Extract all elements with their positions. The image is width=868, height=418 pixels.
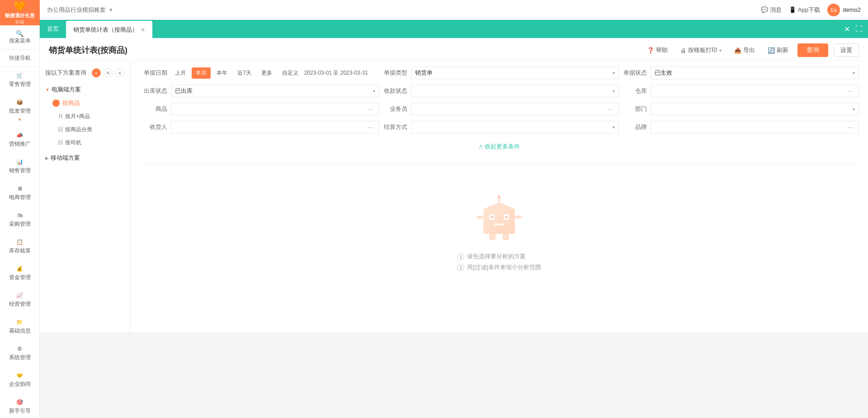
date-btn-7days[interactable]: 近7天 — [233, 67, 255, 79]
template-print-btn[interactable]: 🖨 按模板打印 ▾ — [677, 44, 725, 56]
solution-group-mobile-header[interactable]: ▶ 移动端方案 — [40, 151, 130, 165]
doc-type-select[interactable]: 销货单 ▾ — [411, 66, 619, 79]
ecommerce-icon: 🖥 — [17, 185, 23, 192]
sidebar-item-wholesale[interactable]: 📦 批发管理 ▲ — [0, 94, 39, 127]
salesman-dots-icon[interactable]: ··· — [606, 105, 615, 113]
sidebar-item-inventory[interactable]: 📋 库存核算 — [0, 233, 39, 260]
sidebar-item-enterprise[interactable]: 🤝 企业协同 — [0, 367, 39, 394]
refresh-label: 刷新 — [777, 46, 788, 54]
date-btn-custom[interactable]: 自定义 — [278, 67, 302, 79]
sidebar-item-purchase[interactable]: 🛍 采购管理 — [0, 207, 39, 233]
out-status-select[interactable]: 已出库 ▾ — [171, 85, 379, 97]
svg-marker-1 — [483, 202, 515, 209]
template-print-label: 按模板打印 — [688, 46, 717, 54]
tab-bar-actions: ✕ ⛶ — [842, 24, 868, 34]
collapse-more-btn[interactable]: ∧ 收起更多条件 — [478, 142, 520, 151]
sidebar-quick-nav[interactable]: 快捷导航 — [0, 50, 39, 67]
wholesale-icon: 📦 — [16, 99, 23, 105]
product-input[interactable]: ··· — [171, 103, 379, 115]
filter-row-4: 收货人 ··· 结算方式 ▾ — [139, 121, 859, 133]
date-range-value[interactable]: 2023-03-01 至 2023-03-31 — [304, 69, 368, 77]
sidebar-item-operations[interactable]: 📈 经营管理 — [0, 287, 39, 314]
app-download-btn[interactable]: 📱 App下载 — [789, 6, 820, 14]
top-header: 办公用品行业模拟账套 ▾ 💬 消息 📱 App下载 Ea demo2 — [40, 0, 868, 20]
sidebar-item-inventory-label: 库存核算 — [9, 247, 31, 255]
salesman-input[interactable]: ··· — [411, 103, 619, 115]
product-label: 商品 — [139, 105, 171, 113]
brand-input[interactable]: ··· — [651, 121, 859, 133]
message-label: 消息 — [770, 6, 782, 14]
doc-status-value: 已生效 — [655, 69, 672, 77]
tab-expand-btn[interactable]: ⛶ — [854, 24, 864, 34]
tab-bar: 首页 销货单统计表（按商品） ✕ ✕ ⛶ — [40, 20, 868, 38]
payment-method-select[interactable]: ▾ — [411, 121, 619, 133]
collapse-sidebar-btn[interactable]: « — [115, 68, 124, 77]
help-label: 帮助 — [656, 46, 668, 54]
sidebar-menu: 🛒 零售管理 📦 批发管理 ▲ 📣 营销推广 📊 销售管理 🖥 电商管理 🛍 采… — [0, 67, 39, 418]
workspace-dropdown-icon[interactable]: ▾ — [109, 6, 113, 13]
sidebar-item-ecommerce[interactable]: 🖥 电商管理 — [0, 180, 39, 207]
sidebar-item-system[interactable]: ⚙ 系统管理 — [0, 340, 39, 367]
warehouse-dots-icon[interactable]: ··· — [846, 87, 855, 95]
department-label: 部门 — [619, 105, 651, 113]
solution-item-by-product[interactable]: 按商品 — [40, 96, 130, 110]
pay-status-label: 收款状态 — [379, 87, 411, 95]
sidebar-item-marketing[interactable]: 📣 营销推广 — [0, 127, 39, 153]
avatar: Ea — [827, 4, 840, 16]
template-dropdown-icon[interactable]: ▾ — [719, 48, 722, 53]
filter-field-doc-type: 单据类型 销货单 ▾ — [379, 66, 619, 79]
empty-tip-1-text: 请先选择要分析的方案 — [467, 252, 526, 261]
sidebar-item-newbie[interactable]: 🎯 新手引导 — [0, 394, 39, 418]
add-solution-btn[interactable]: + — [92, 68, 101, 77]
tab-close-icon[interactable]: ✕ — [141, 27, 145, 33]
message-btn[interactable]: 💬 消息 — [761, 6, 782, 14]
sidebar-item-wholesale-label: 批发管理 — [9, 107, 31, 115]
solution-item-by-category-label: 按商品分类 — [65, 126, 92, 133]
solution-item-by-category[interactable]: 回 按商品分类 — [40, 123, 130, 136]
solution-item-by-scanner[interactable]: 回 按司机 — [40, 136, 130, 149]
pay-status-select[interactable]: ▾ — [411, 85, 619, 97]
sidebar-item-finance[interactable]: 💰 资金管理 — [0, 260, 39, 287]
filter-field-doc-status: 单据状态 已生效 ▾ — [619, 66, 859, 79]
query-btn[interactable]: 查询 — [797, 43, 828, 57]
tab-home[interactable]: 首页 — [40, 20, 66, 38]
doc-status-select[interactable]: 已生效 ▾ — [651, 66, 859, 79]
edit-solution-btn[interactable]: ✎ — [104, 68, 113, 77]
department-select[interactable]: ▾ — [651, 103, 859, 115]
sidebar-item-sales[interactable]: 📊 销售管理 — [0, 153, 39, 180]
sidebar-item-system-label: 系统管理 — [9, 354, 31, 361]
empty-tip-1: 1 请先选择要分析的方案 — [457, 252, 541, 261]
date-btn-current-month[interactable]: 本月 — [192, 67, 211, 79]
receiver-input[interactable]: ··· — [171, 121, 379, 133]
sidebar-search[interactable]: 🔍 帮助 搜索菜单 — [0, 25, 39, 50]
sidebar-item-basic[interactable]: 📁 基础信息 — [0, 314, 39, 340]
finance-icon: 💰 — [16, 266, 23, 272]
page-title: 销货单统计表(按商品) — [49, 45, 127, 56]
filter-form: 单据日期 上月 本月 本年 近7天 更多 自定义 2023-03-01 至 20… — [130, 61, 868, 163]
refresh-btn[interactable]: 🔄 刷新 — [764, 44, 792, 56]
product-dots-icon[interactable]: ··· — [366, 105, 375, 113]
brand-label: 品牌 — [619, 123, 651, 131]
tab-close-btn[interactable]: ✕ — [842, 24, 852, 34]
help-btn[interactable]: ❓ 帮助 — [643, 44, 671, 56]
export-btn[interactable]: 📤 导出 — [731, 44, 759, 56]
receiver-dots-icon[interactable]: ··· — [366, 124, 375, 131]
settings-btn[interactable]: 设置 — [834, 43, 859, 57]
filter-row-2: 出库状态 已出库 ▾ 收款状态 ▾ — [139, 85, 859, 97]
tab-sales-stats[interactable]: 销货单统计表（按商品） ✕ — [66, 21, 152, 39]
active-dot-icon — [52, 100, 60, 107]
filter-left-tools: + ✎ « — [92, 68, 124, 77]
date-btn-more[interactable]: 更多 — [257, 67, 276, 79]
date-btn-last-month[interactable]: 上月 — [171, 67, 190, 79]
sidebar-item-retail[interactable]: 🛒 零售管理 — [0, 67, 39, 94]
solution-item-by-month-product[interactable]: 月 按月+商品 — [40, 110, 130, 123]
sidebar-item-operations-label: 经营管理 — [9, 300, 31, 308]
warehouse-input[interactable]: ··· — [651, 85, 859, 97]
solution-group-pc-header[interactable]: ▼ 电脑端方案 — [40, 83, 130, 96]
brand-dots-icon[interactable]: ··· — [846, 124, 855, 131]
user-area[interactable]: Ea demo2 — [827, 4, 861, 16]
doc-status-dropdown-icon: ▾ — [853, 71, 855, 76]
date-btn-current-year[interactable]: 本年 — [212, 67, 231, 79]
filter-right: 单据日期 上月 本月 本年 近7天 更多 自定义 2023-03-01 至 20… — [130, 61, 868, 332]
retail-icon: 🛒 — [16, 72, 23, 79]
